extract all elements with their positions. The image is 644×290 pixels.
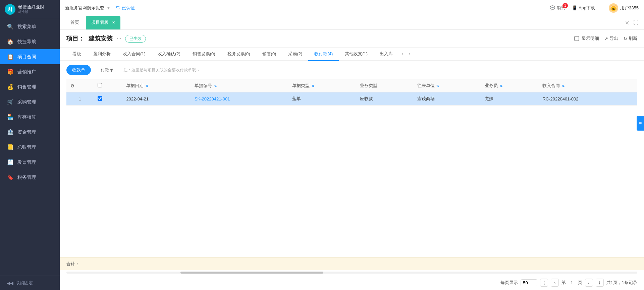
page-current-label: 第 bbox=[561, 280, 566, 286]
page-next-btn[interactable]: › bbox=[585, 279, 593, 287]
refresh-button[interactable]: ↻ 刷新 bbox=[624, 35, 637, 42]
user-menu[interactable]: 🐱 用户3355 bbox=[609, 3, 639, 13]
app-name: 畅捷通好业财 bbox=[18, 4, 44, 10]
sales-icon: 💰 bbox=[7, 84, 14, 90]
tabbar: 首页 项目看板 ✕ ✕ ⛶ bbox=[60, 16, 644, 30]
nav-tab-board[interactable]: 看板 bbox=[66, 48, 87, 61]
main-area: 新服务官网演示账套 ▼ 🛡 已认证 💬 消息 1 📱 App下载 🐱 用户335… bbox=[60, 0, 644, 290]
col-date[interactable]: 单据日期 ⇅ bbox=[122, 79, 191, 92]
scroll-thumb[interactable] bbox=[180, 272, 323, 274]
topbar-right: 💬 消息 1 📱 App下载 🐱 用户3355 bbox=[550, 3, 639, 13]
nav-tab-purchase[interactable]: 采购(2) bbox=[282, 48, 308, 61]
nav-tab-sales[interactable]: 销售(0) bbox=[256, 48, 282, 61]
sub-tab-note: 注：这里是与项目关联的全部收付款单哦～ bbox=[123, 67, 200, 73]
row-select-checkbox[interactable] bbox=[98, 96, 102, 101]
nav-tab-payment[interactable]: 收付款(4) bbox=[308, 48, 339, 61]
table-wrap: ⚙ 单据日期 ⇅ 单据编号 ⇅ 单据类型 ⇅ 业务类型 往来单位 ⇅ 业务员 ⇅… bbox=[60, 79, 644, 257]
scroll-track[interactable] bbox=[66, 272, 637, 274]
sub-tabs: 收款单 付款单 注：这里是与项目关联的全部收付款单哦～ bbox=[60, 61, 644, 79]
sub-tab-payment[interactable]: 付款单 bbox=[95, 65, 119, 75]
page-current-num: 1 bbox=[569, 280, 575, 285]
per-page-select[interactable]: 50 10 20 100 bbox=[521, 279, 537, 286]
sidebar-item-inventory[interactable]: 🏪 库存核算 bbox=[0, 110, 60, 125]
page-end-label: 页 bbox=[578, 280, 582, 286]
sidebar-item-invoice[interactable]: 🧾 发票管理 bbox=[0, 155, 60, 170]
tab-close-icon[interactable]: ✕ bbox=[112, 20, 115, 24]
page-first-btn[interactable]: ⟨ bbox=[540, 279, 548, 287]
show-detail-toggle[interactable]: 显示明细 bbox=[574, 35, 599, 42]
user-label: 用户3355 bbox=[620, 5, 639, 11]
nav-tab-income-contract[interactable]: 收入合同(1) bbox=[117, 48, 152, 61]
topbar-divider bbox=[602, 5, 602, 11]
nav-tabs: 看板 盈利分析 收入合同(1) 收入确认(2) 销售发票(0) 税务发票(0) … bbox=[60, 48, 644, 61]
cert-label: 已认证 bbox=[122, 5, 135, 11]
sidebar-nav: 🔍 搜索菜单 🏠 快捷导航 📋 项目合同 🎁 营销推广 💰 销售管理 🛒 采购管… bbox=[0, 19, 60, 276]
unpin-button[interactable]: ◀◀ 取消固定 bbox=[0, 276, 60, 290]
sidebar-item-purchase[interactable]: 🛒 采购管理 bbox=[0, 94, 60, 110]
mobile-icon: 📱 bbox=[572, 5, 577, 10]
nav-tab-other[interactable]: 其他收支(1) bbox=[339, 48, 374, 61]
col-number[interactable]: 单据编号 ⇅ bbox=[191, 79, 288, 92]
sub-tab-receipt[interactable]: 收款单 bbox=[66, 65, 91, 75]
col-contract[interactable]: 收入合同 ⇅ bbox=[538, 79, 637, 92]
contract-icon: 📋 bbox=[7, 54, 14, 60]
project-header: 项目： 建筑安装 ··· 已生效 显示明细 ↗ 导出 ↻ 刷新 bbox=[60, 30, 644, 48]
search-icon: 🔍 bbox=[7, 23, 14, 30]
page-prev-btn[interactable]: ‹ bbox=[551, 279, 559, 287]
row-number[interactable]: SK-20220421-001 bbox=[191, 92, 288, 105]
project-dropdown-icon[interactable]: ▼ bbox=[106, 5, 111, 10]
project-more-icon[interactable]: ··· bbox=[117, 35, 121, 42]
nav-tab-tax-invoice[interactable]: 税务发票(0) bbox=[221, 48, 256, 61]
sidebar-item-sales[interactable]: 💰 销售管理 bbox=[0, 79, 60, 94]
sidebar-item-quick-nav[interactable]: 🏠 快捷导航 bbox=[0, 34, 60, 49]
message-button[interactable]: 💬 消息 1 bbox=[550, 5, 565, 11]
sort-icon-salesperson: ⇅ bbox=[500, 84, 502, 88]
finance-icon: 🏦 bbox=[7, 129, 14, 135]
per-page-label: 每页显示 bbox=[500, 280, 518, 286]
row-salesperson: 龙妹 bbox=[481, 92, 538, 105]
nav-tab-warehouse[interactable]: 出入库 bbox=[374, 48, 399, 61]
sidebar-item-marketing[interactable]: 🎁 营销推广 bbox=[0, 64, 60, 79]
right-panel-toggle[interactable]: ≡ bbox=[637, 116, 644, 131]
tab-win-controls: ✕ ⛶ bbox=[625, 20, 639, 26]
sidebar-item-label: 项目合同 bbox=[17, 54, 36, 60]
nav-tab-profit[interactable]: 盈利分析 bbox=[87, 48, 117, 61]
sidebar-item-ledger[interactable]: 📒 总账管理 bbox=[0, 140, 60, 155]
sidebar-item-finance[interactable]: 🏦 资金管理 bbox=[0, 125, 60, 140]
sidebar-item-tax[interactable]: 🔖 税务管理 bbox=[0, 170, 60, 185]
sidebar-item-project-contract[interactable]: 📋 项目合同 bbox=[0, 49, 60, 64]
select-all-checkbox[interactable] bbox=[98, 83, 102, 87]
show-detail-label: 显示明细 bbox=[582, 35, 599, 42]
table-body: 1 2022-04-21 SK-20220421-001 蓝单 应收款 宏茂商场… bbox=[66, 92, 637, 105]
panel-icon: ≡ bbox=[639, 121, 642, 126]
app-download-button[interactable]: 📱 App下载 bbox=[572, 5, 595, 11]
nav-tab-income-confirm[interactable]: 收入确认(2) bbox=[152, 48, 186, 61]
col-type[interactable]: 单据类型 ⇅ bbox=[288, 79, 356, 92]
tab-project-board[interactable]: 项目看板 ✕ bbox=[86, 16, 120, 29]
settings-icon[interactable]: ⚙ bbox=[70, 83, 74, 88]
nav-tab-sales-invoice[interactable]: 销售发票(0) bbox=[186, 48, 221, 61]
col-salesperson[interactable]: 业务员 ⇅ bbox=[481, 79, 538, 92]
refresh-label: 刷新 bbox=[629, 35, 637, 42]
table-row[interactable]: 1 2022-04-21 SK-20220421-001 蓝单 应收款 宏茂商场… bbox=[66, 92, 637, 105]
page-last-btn[interactable]: ⟩ bbox=[596, 279, 604, 287]
col-settings[interactable]: ⚙ bbox=[66, 79, 94, 92]
col-partner[interactable]: 往来单位 ⇅ bbox=[413, 79, 481, 92]
col-checkbox bbox=[94, 79, 122, 92]
tab-home[interactable]: 首页 bbox=[65, 16, 85, 29]
topbar-cert: 🛡 已认证 bbox=[116, 5, 135, 11]
sidebar: 财 畅捷通好业财 标准版 🔍 搜索菜单 🏠 快捷导航 📋 项目合同 🎁 营销推广… bbox=[0, 0, 60, 290]
sidebar-item-label: 销售管理 bbox=[17, 84, 36, 90]
show-detail-checkbox[interactable] bbox=[574, 36, 579, 41]
maximize-icon[interactable]: ⛶ bbox=[633, 20, 639, 26]
export-label: 导出 bbox=[609, 35, 618, 42]
sidebar-item-search[interactable]: 🔍 搜索菜单 bbox=[0, 19, 60, 34]
topbar-project[interactable]: 新服务官网演示账套 ▼ bbox=[65, 5, 111, 11]
row-number-link[interactable]: SK-20220421-001 bbox=[195, 96, 230, 101]
nav-prev-icon[interactable]: ‹ bbox=[399, 51, 406, 57]
close-window-icon[interactable]: ✕ bbox=[625, 20, 629, 26]
export-button[interactable]: ↗ 导出 bbox=[604, 35, 618, 42]
sidebar-item-label: 发票管理 bbox=[17, 159, 36, 165]
nav-next-icon[interactable]: › bbox=[406, 51, 413, 57]
project-name-label: 新服务官网演示账套 bbox=[65, 5, 104, 11]
